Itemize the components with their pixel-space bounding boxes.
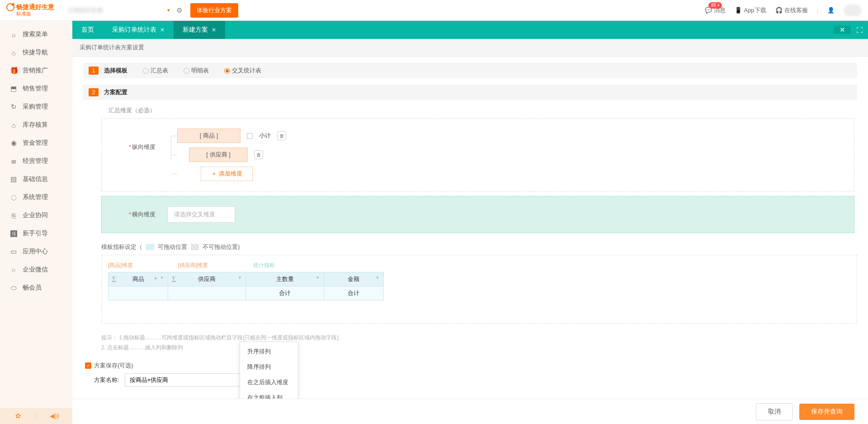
sidebar-collapse-button[interactable]: ◀))	[37, 412, 73, 419]
dim-chip-supplier[interactable]: [ 供应商 ]	[189, 148, 248, 162]
col-header-amount[interactable]: 金额▼	[324, 272, 383, 286]
sidebar-item-10[interactable]: ⎘企业协同	[0, 206, 72, 224]
add-dimension-button[interactable]: ＋ 添加维度	[201, 167, 253, 181]
service-label: 在线客服	[784, 6, 808, 14]
sidebar-item-5[interactable]: ⌂库存核算	[0, 116, 72, 134]
sidebar-item-7[interactable]: ≣经营管理	[0, 152, 72, 170]
template-radio-summary[interactable]: 汇总表	[143, 67, 168, 75]
chevron-down-icon[interactable]: ▾	[167, 7, 170, 13]
save-checkbox[interactable]: ✓	[85, 362, 91, 369]
horizontal-dimension-box: *横向维度 请选择交叉维度	[101, 196, 854, 233]
sidebar-item-6[interactable]: ◉资金管理	[0, 134, 72, 152]
sidebar-item-8[interactable]: ▤基础信息	[0, 170, 72, 188]
sidebar-item-label: 采购管理	[23, 103, 48, 111]
brand: 畅捷通好生意 标准版	[6, 3, 54, 17]
vertical-dimension-box: *纵向维度 [ 商品 ] 小计 🗑 [ 供应商 ] 🗑	[101, 118, 854, 191]
chevron-down-icon[interactable]: ▼	[375, 275, 380, 280]
plan-name-label: 方案名称:	[94, 376, 119, 384]
tab-new-label: 新建方案	[183, 26, 208, 34]
save-query-button[interactable]: 保存并查询	[799, 404, 854, 420]
save-option-label: 方案保存(可选)	[94, 362, 133, 370]
radio-label: 交叉统计表	[232, 67, 261, 75]
grid-head-stat: 统计指标	[253, 262, 275, 269]
column-context-menu: 升序排列降序排列在之后插入维度在之前插入列在之后插入列小计删除字段	[240, 342, 298, 399]
cross-dimension-select[interactable]: 请选择交叉维度	[167, 206, 235, 223]
tab-new-plan[interactable]: 新建方案 ✕	[174, 21, 225, 39]
save-option-row: ✓ 方案保存(可选)	[85, 362, 857, 370]
tab-purchase-label: 采购订单统计表	[112, 26, 156, 34]
trash-icon[interactable]: 🗑	[254, 150, 263, 159]
online-service-button[interactable]: 🎧 在线客服	[775, 6, 808, 14]
subtotal-checkbox[interactable]	[247, 133, 253, 139]
sidebar-item-label: 营销推广	[23, 67, 48, 75]
top-actions: 💬 消息 99 + 📱 App下载 🎧 在线客服 | 👤	[705, 5, 862, 16]
plan-name-input[interactable]	[125, 373, 256, 386]
sidebar-item-0[interactable]: ⌕搜索菜单	[0, 25, 72, 43]
sidebar-item-14[interactable]: ⬭畅会员	[0, 279, 72, 297]
sidebar-item-label: 应用中心	[23, 248, 48, 256]
indicator-table: ∑商品▲▼ ∑供应商▼ 主数量▼ 金额▼ 合计 合计	[108, 272, 384, 300]
chevron-down-icon[interactable]: ▼	[316, 275, 320, 280]
indicator-legend: 模板指标设定（ 可拖动位置 不可拖动位置)	[101, 243, 857, 251]
chevron-down-icon[interactable]: ▼	[160, 275, 164, 280]
legend-fixed-icon	[191, 244, 199, 250]
sidebar-item-9[interactable]: ◌系统管理	[0, 188, 72, 206]
download-label: App下载	[744, 6, 766, 14]
close-icon[interactable]: ✕	[212, 27, 216, 33]
trash-icon[interactable]: 🗑	[277, 131, 286, 140]
sidebar-item-2[interactable]: 🎁营销推广	[0, 62, 72, 80]
template-radio-cross[interactable]: 交叉统计表	[224, 67, 261, 75]
trial-plan-button[interactable]: 体验行业方案	[190, 3, 238, 18]
sidebar-icon: ◌	[10, 193, 17, 201]
sidebar-item-4[interactable]: ↻采购管理	[0, 98, 72, 116]
close-icon[interactable]: ✕	[160, 27, 165, 33]
sidebar-item-label: 企业微信	[23, 266, 48, 274]
tab-home[interactable]: 首页	[72, 21, 103, 39]
sort-asc-icon[interactable]: ▲	[153, 275, 158, 280]
ctx-item-3[interactable]: 在之前插入列	[240, 390, 298, 399]
close-all-button[interactable]: ✕	[834, 26, 851, 34]
sidebar-item-label: 基础信息	[23, 175, 48, 183]
plan-name-row: 方案名称:	[94, 373, 857, 386]
ctx-item-2[interactable]: 在之后插入维度	[240, 375, 298, 390]
indicator-grid-box: [商品]维度 [供应商]维度 统计指标 ∑商品▲▼ ∑供应商▼ 主数量▼ 金额▼	[101, 255, 857, 324]
vertical-dim-label: *纵向维度	[129, 143, 156, 151]
ctx-item-1[interactable]: 降序排列	[240, 359, 298, 375]
brand-edition: 标准版	[16, 10, 54, 17]
step-2-row: 2 方案配置	[83, 85, 857, 100]
dimension-tree: [ 商品 ] 小计 🗑 [ 供应商 ] 🗑 ＋ 添加维度	[167, 129, 286, 181]
messages-button[interactable]: 💬 消息 99 +	[705, 6, 726, 14]
fullscreen-button[interactable]: ⛶	[851, 26, 868, 34]
col-header-supplier[interactable]: ∑供应商▼	[168, 272, 246, 286]
grid-head-supplier: [供应商]维度	[178, 262, 208, 269]
user-icon[interactable]: 👤	[827, 7, 835, 14]
sidebar-item-13[interactable]: ○企业微信	[0, 261, 72, 279]
gear-icon[interactable]: ⚙	[176, 6, 182, 14]
phone-icon: 📱	[735, 7, 742, 14]
chevron-down-icon[interactable]: ▼	[238, 275, 242, 280]
avatar[interactable]	[844, 5, 862, 16]
org-selector[interactable]: 示例组织名称	[68, 6, 163, 14]
sidebar-icon: ⌂	[10, 121, 17, 129]
table-cell-sum: 合计	[324, 286, 383, 300]
app-download-button[interactable]: 📱 App下载	[735, 6, 766, 14]
template-radio-detail[interactable]: 明细表	[184, 67, 209, 75]
col-header-qty[interactable]: 主数量▼	[246, 272, 324, 286]
sidebar-item-12[interactable]: ▭应用中心	[0, 243, 72, 261]
sidebar-item-label: 资金管理	[23, 139, 48, 147]
sidebar-item-1[interactable]: ⌂快捷导航	[0, 43, 72, 62]
ctx-item-0[interactable]: 升序排列	[240, 344, 298, 359]
sidebar-icon: ↻	[10, 103, 17, 111]
dim-chip-product[interactable]: [ 商品 ]	[177, 129, 241, 143]
divider: |	[817, 7, 818, 14]
sidebar-item-label: 企业协同	[23, 211, 48, 219]
sidebar-settings-button[interactable]: ✿	[0, 412, 36, 419]
step-2-title: 方案配置	[104, 88, 127, 96]
sidebar-icon: ⌕	[10, 31, 17, 38]
col-header-product[interactable]: ∑商品▲▼	[108, 272, 168, 286]
legend-draggable-icon	[146, 244, 154, 250]
sidebar-item-3[interactable]: ⬒销售管理	[0, 80, 72, 98]
tab-purchase-report[interactable]: 采购订单统计表 ✕	[103, 21, 174, 39]
sidebar-item-11[interactable]: 🅽新手引导	[0, 224, 72, 243]
cancel-button[interactable]: 取消	[756, 403, 793, 420]
